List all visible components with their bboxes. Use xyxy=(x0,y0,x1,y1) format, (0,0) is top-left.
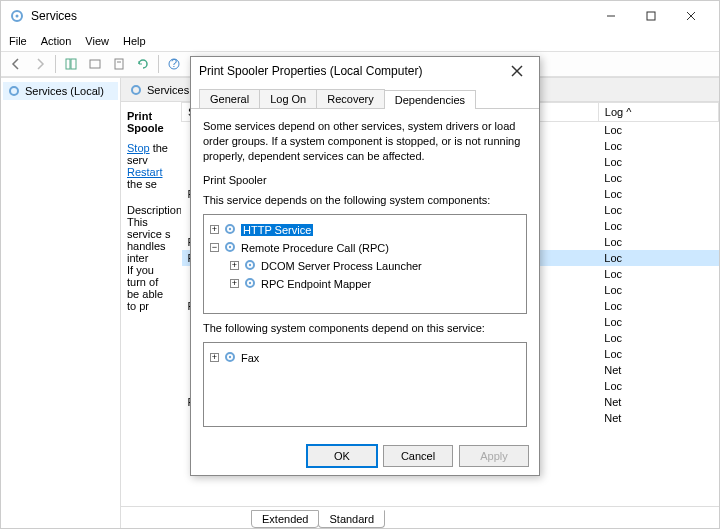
svg-point-1 xyxy=(16,15,19,18)
apply-button[interactable]: Apply xyxy=(459,445,529,467)
gear-icon xyxy=(243,258,257,274)
stop-link[interactable]: Stop xyxy=(127,142,150,154)
window-title: Services xyxy=(31,9,591,23)
forward-button[interactable] xyxy=(29,53,51,75)
svg-rect-7 xyxy=(71,59,76,69)
gear-icon xyxy=(129,83,143,97)
tab-dependencies[interactable]: Dependencies xyxy=(384,90,476,109)
depended-by-tree[interactable]: +Fax xyxy=(203,342,527,427)
tab-standard[interactable]: Standard xyxy=(318,510,385,528)
depends-on-tree[interactable]: +HTTP Service−Remote Procedure Call (RPC… xyxy=(203,214,527,314)
back-button[interactable] xyxy=(5,53,27,75)
restart-link[interactable]: Restart xyxy=(127,166,162,178)
collapse-icon[interactable]: − xyxy=(210,243,219,252)
tab-logon[interactable]: Log On xyxy=(259,89,317,108)
tree-item[interactable]: +HTTP Service xyxy=(210,221,520,239)
svg-rect-6 xyxy=(66,59,70,69)
refresh-button[interactable] xyxy=(132,53,154,75)
close-button[interactable] xyxy=(671,3,711,29)
menubar: File Action View Help xyxy=(1,31,719,51)
svg-point-24 xyxy=(249,281,251,283)
show-hide-button[interactable] xyxy=(60,53,82,75)
sort-asc-icon: ^ xyxy=(626,106,631,118)
titlebar: Services xyxy=(1,1,719,31)
gear-icon xyxy=(223,350,237,366)
properties-dialog: Print Spooler Properties (Local Computer… xyxy=(190,56,540,476)
depends-on-label: This service depends on the following sy… xyxy=(203,194,527,206)
minimize-button[interactable] xyxy=(591,3,631,29)
tree-item-label: HTTP Service xyxy=(241,224,313,236)
expand-icon[interactable]: + xyxy=(210,225,219,234)
tree-item[interactable]: +RPC Endpoint Mapper xyxy=(210,275,520,293)
tree-services-local[interactable]: Services (Local) xyxy=(3,82,118,100)
tree-item-label: Remote Procedure Call (RPC) xyxy=(241,242,389,254)
tree-item-label: RPC Endpoint Mapper xyxy=(261,278,371,290)
description-label: Description: xyxy=(127,204,175,216)
expand-icon[interactable]: + xyxy=(230,261,239,270)
tree-item[interactable]: −Remote Procedure Call (RPC) xyxy=(210,239,520,257)
svg-rect-8 xyxy=(90,60,100,68)
gear-icon xyxy=(243,276,257,292)
depended-by-label: The following system components depend o… xyxy=(203,322,527,334)
tree-item-label: DCOM Server Process Launcher xyxy=(261,260,422,272)
tree-label: Services (Local) xyxy=(25,85,104,97)
gear-icon xyxy=(223,240,237,256)
svg-text:?: ? xyxy=(171,57,177,69)
dialog-tabs: General Log On Recovery Dependencies xyxy=(191,85,539,109)
help-button[interactable]: ? xyxy=(163,53,185,75)
export-button[interactable] xyxy=(84,53,106,75)
expand-icon[interactable]: + xyxy=(210,353,219,362)
dependencies-info: Some services depend on other services, … xyxy=(203,119,527,164)
tree-item[interactable]: +DCOM Server Process Launcher xyxy=(210,257,520,275)
service-name-label: Print Spooler xyxy=(203,174,527,186)
gear-icon xyxy=(7,84,21,98)
expand-icon[interactable]: + xyxy=(230,279,239,288)
ok-button[interactable]: OK xyxy=(307,445,377,467)
col-logon[interactable]: Log ^ xyxy=(598,103,718,122)
gear-icon xyxy=(223,222,237,238)
tab-recovery[interactable]: Recovery xyxy=(316,89,384,108)
svg-point-13 xyxy=(10,87,18,95)
tab-extended[interactable]: Extended xyxy=(251,510,319,528)
menu-file[interactable]: File xyxy=(9,35,27,47)
list-header-title: Services xyxy=(147,84,189,96)
svg-point-26 xyxy=(229,355,231,357)
tree-item[interactable]: +Fax xyxy=(210,349,520,367)
maximize-button[interactable] xyxy=(631,3,671,29)
cancel-button[interactable]: Cancel xyxy=(383,445,453,467)
services-app-icon xyxy=(9,8,25,24)
svg-rect-9 xyxy=(115,59,123,69)
menu-help[interactable]: Help xyxy=(123,35,146,47)
svg-point-22 xyxy=(249,263,251,265)
dialog-title: Print Spooler Properties (Local Computer… xyxy=(199,64,503,78)
service-detail-panel: Print Spoole Stop the serv Restart the s… xyxy=(121,102,181,506)
svg-point-18 xyxy=(229,227,231,229)
tree-item-label: Fax xyxy=(241,352,259,364)
menu-action[interactable]: Action xyxy=(41,35,72,47)
detail-service-name: Print Spoole xyxy=(127,110,175,134)
dialog-close-button[interactable] xyxy=(503,59,531,83)
console-tree[interactable]: Services (Local) xyxy=(1,78,121,528)
tab-general[interactable]: General xyxy=(199,89,260,108)
view-tabs: Extended Standard xyxy=(121,506,719,528)
menu-view[interactable]: View xyxy=(85,35,109,47)
svg-point-14 xyxy=(132,86,140,94)
properties-button[interactable] xyxy=(108,53,130,75)
svg-rect-3 xyxy=(647,12,655,20)
svg-point-20 xyxy=(229,245,231,247)
